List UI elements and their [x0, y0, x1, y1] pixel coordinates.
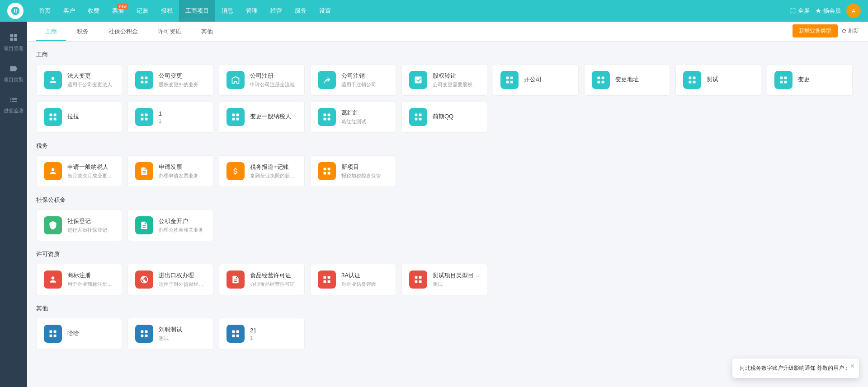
notification-close[interactable]: × [850, 362, 854, 370]
card-info: 刘聪测试测试 [159, 326, 206, 342]
card-name: 1 [159, 110, 206, 117]
person-icon [44, 270, 62, 289]
nav-item-设置[interactable]: 设置 [313, 0, 337, 22]
card-info: 测试项目类型目定义测试 [433, 271, 480, 288]
user-avatar[interactable]: A [846, 4, 861, 18]
svg-rect-48 [324, 276, 326, 279]
card-开公司[interactable]: 开公司 [493, 64, 579, 96]
card-葛红红[interactable]: 葛红红葛红红测试 [310, 101, 396, 133]
svg-rect-51 [328, 280, 330, 283]
section-title-其他: 其他 [36, 304, 859, 312]
card-社保登记[interactable]: 社保登记进行人员社保登记 [36, 210, 122, 241]
svg-rect-14 [598, 81, 600, 84]
sidebar-item-progress[interactable]: 进度监测 [0, 89, 27, 120]
card-税务报道+记账[interactable]: 税务报道+记账拿到营业执照的新公司 [219, 155, 305, 187]
refresh-button[interactable]: 刷新 [841, 27, 859, 35]
card-name: 变更地址 [615, 75, 662, 84]
card-新项目[interactable]: 新项目报税加税控盘保管 [310, 155, 396, 187]
person-icon [44, 71, 62, 89]
sidebar-item-project-type[interactable]: 项目类型 [0, 57, 27, 89]
svg-rect-3 [14, 38, 17, 41]
card-desc: 申请公司注册全流程 [250, 81, 297, 88]
nav-right: 全屏 畅会员 A [790, 4, 861, 18]
card-21[interactable]: 211 [219, 318, 305, 350]
vip-btn[interactable]: 畅会员 [815, 7, 841, 15]
card-公积金开户[interactable]: 公积金开户办理公积金相关业务 [127, 210, 213, 241]
card-公司注册[interactable]: 公司注册申请公司注册全流程 [219, 64, 305, 96]
nav-item-管理[interactable]: 管理 [240, 0, 264, 22]
chart-icon [8, 94, 19, 106]
card-info: 公积金开户办理公积金相关业务 [159, 217, 206, 233]
nav-item-消息[interactable]: 消息 [215, 0, 240, 22]
card-desc: 对企业信誉评级 [341, 281, 388, 288]
svg-rect-4 [141, 77, 144, 79]
card-3A认证[interactable]: 3A认证对企业信誉评级 [310, 264, 396, 295]
tab-许可资质[interactable]: 许可资质 [149, 23, 190, 41]
nav-item-首页[interactable]: 首页 [33, 0, 57, 22]
svg-rect-17 [693, 77, 696, 79]
new-type-button[interactable]: 新增业务类型 [793, 24, 838, 37]
card-前期QQ[interactable]: 前期QQ [401, 101, 487, 133]
card-desc: 报税加税控盘保管 [341, 173, 388, 179]
card-变更地址[interactable]: 变更地址 [584, 64, 670, 96]
nav-item-工商项目[interactable]: 工商项目 [179, 0, 215, 22]
card-公司注销[interactable]: 公司注销适用于注销公司 [310, 64, 396, 96]
card-info: 申请一般纳税人当月或次月成变更完成 [67, 163, 114, 179]
card-刘聪测试[interactable]: 刘聪测试测试 [127, 318, 213, 350]
card-info: 211 [250, 327, 297, 340]
svg-rect-20 [780, 77, 783, 79]
sidebar-item-project-manage[interactable]: 项目管理 [0, 26, 27, 57]
card-法人变更[interactable]: 法人变更适用于公司变更法人 [36, 64, 122, 96]
tab-工商[interactable]: 工商 [36, 23, 66, 41]
logo[interactable] [7, 3, 24, 19]
grid-icon [226, 108, 245, 126]
card-desc: 进行人员社保登记 [67, 227, 114, 233]
nav-item-票据[interactable]: 票据new [106, 0, 130, 22]
svg-rect-24 [50, 114, 52, 117]
card-测试[interactable]: 测试 [675, 64, 761, 96]
tab-其他[interactable]: 其他 [192, 23, 222, 41]
card-info: 税务报道+记账拿到营业执照的新公司 [250, 163, 297, 179]
card-info: 哈哈 [67, 329, 114, 339]
svg-rect-6 [141, 81, 144, 84]
building-icon [226, 71, 245, 89]
card-申请发票[interactable]: 申请发票办理申请发票业务 [127, 155, 213, 187]
grid-icon [8, 32, 19, 43]
card-公司变更[interactable]: 公司变更股权变更外的业务变更 [127, 64, 213, 96]
svg-rect-67 [236, 335, 239, 337]
card-进出口权办理[interactable]: 进出口权办理适用于对外贸易经营者 [127, 264, 213, 295]
card-哈哈[interactable]: 哈哈 [36, 318, 122, 350]
svg-rect-33 [236, 114, 239, 117]
svg-rect-41 [419, 114, 422, 117]
card-name: 开公司 [524, 75, 571, 84]
doc-icon [135, 162, 153, 180]
card-商标注册[interactable]: 商标注册用于企业商标注册服务 [36, 264, 122, 295]
card-变更[interactable]: 变更 [767, 64, 853, 96]
svg-rect-43 [419, 118, 422, 121]
card-1[interactable]: 11 [127, 101, 213, 133]
nav-item-收费[interactable]: 收费 [81, 0, 106, 22]
card-变更一般纳税人[interactable]: 变更一般纳税人 [219, 101, 305, 133]
nav-item-客户[interactable]: 客户 [57, 0, 81, 22]
tab-税务[interactable]: 税务 [68, 23, 98, 41]
transfer-icon [409, 71, 427, 89]
svg-rect-45 [328, 168, 330, 171]
card-申请一般纳税人[interactable]: 申请一般纳税人当月或次月成变更完成 [36, 155, 122, 187]
svg-rect-15 [602, 81, 604, 84]
card-name: 葛红红 [341, 109, 388, 117]
tab-社保公积金[interactable]: 社保公积金 [99, 23, 147, 41]
card-desc: 公司变更需要股权转让 [433, 81, 480, 88]
nav-item-报税[interactable]: 报税 [155, 0, 179, 22]
card-股权转让[interactable]: 股权转让公司变更需要股权转让 [401, 64, 487, 96]
card-食品经营许可证[interactable]: 食品经营许可证办理食品经营许可证 [219, 264, 305, 295]
nav-item-服务[interactable]: 服务 [288, 0, 313, 22]
card-测试项目类型目定义[interactable]: 测试项目类型目定义测试 [401, 264, 487, 295]
svg-rect-47 [328, 172, 330, 175]
card-name: 变更一般纳税人 [250, 112, 297, 121]
nav-item-经营[interactable]: 经营 [264, 0, 288, 22]
grid-icon [135, 108, 153, 126]
notification-text: 河北税务数字账户升级影响通知 尊敬的用户： [740, 364, 852, 373]
fullscreen-btn[interactable]: 全屏 [790, 7, 810, 15]
card-拉拉[interactable]: 拉拉 [36, 101, 122, 133]
nav-item-记账[interactable]: 记账 [130, 0, 155, 22]
